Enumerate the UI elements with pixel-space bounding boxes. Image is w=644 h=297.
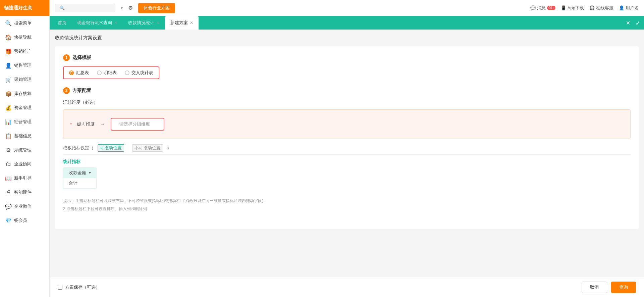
radio-cross-label: 交叉统计表 xyxy=(131,70,153,76)
cart-icon: 🛒 xyxy=(5,77,11,83)
indicator-suffix: ） xyxy=(167,145,171,151)
user-name: 用户名 xyxy=(626,5,639,11)
sidebar-item-guide[interactable]: 📖 新手引导 xyxy=(0,171,49,185)
app-download-button[interactable]: 📱 App下载 xyxy=(561,5,584,11)
sidebar-label: 采购管理 xyxy=(14,77,32,83)
arrow-icon: → xyxy=(100,121,105,127)
online-service-button[interactable]: 🎧 在线客服 xyxy=(589,5,613,11)
sidebar-label: 基础信息 xyxy=(14,133,32,139)
sidebar-label: 经营管理 xyxy=(14,119,32,125)
tab-home[interactable]: 首页 xyxy=(52,16,72,30)
tab-new-plan-close[interactable]: ✕ xyxy=(190,20,193,25)
tab-new-plan-label: 新建方案 xyxy=(170,20,188,26)
tips-section: 提示： 1.拖动标题栏可以调整布局，不可跨维度或指标区域拖动栏目字段(只能在同一… xyxy=(63,197,631,213)
tabbar-controls: ✕ ⤢ xyxy=(625,18,641,28)
sidebar-item-search[interactable]: 🔍 搜索菜单 xyxy=(0,16,49,30)
sidebar-item-finance[interactable]: 💰 资金管理 xyxy=(0,101,49,115)
content-area: 收款情况统计方案设置 1 选择模板 汇总表 xyxy=(50,30,644,277)
sidebar-label: 系统管理 xyxy=(14,147,32,153)
settings-icon[interactable]: ⚙ xyxy=(128,5,133,11)
sidebar-label: 营销推广 xyxy=(14,48,32,54)
user-profile[interactable]: 👤 用户名 xyxy=(619,5,639,11)
sidebar-label: 企业协同 xyxy=(14,161,32,167)
footer-left: 方案保存（可选） xyxy=(58,284,100,290)
page-title: 收款情况统计方案设置 xyxy=(55,35,639,41)
stat-column-label: 收款金额 xyxy=(69,170,86,176)
sidebar-item-hardware[interactable]: 🖨 智能硬件 xyxy=(0,185,49,199)
tab-new-plan[interactable]: 新建方案 ✕ xyxy=(165,16,199,30)
tab-bank-flow[interactable]: 现金银行流水查询 ✕ xyxy=(72,16,123,30)
doc-icon: 📋 xyxy=(5,133,11,139)
radio-detail-circle xyxy=(97,70,102,75)
stat-dropdown-icon[interactable]: ▾ xyxy=(89,170,91,175)
sidebar-label: 新手引导 xyxy=(14,175,32,181)
sidebar-label: 快捷导航 xyxy=(14,34,32,40)
tab-bank-flow-close[interactable]: ✕ xyxy=(114,20,117,25)
gear-icon: ⚙ xyxy=(5,147,11,153)
topbar-actions: 💬 消息 99+ 📱 App下载 🎧 在线客服 👤 用户名 xyxy=(530,5,639,11)
sidebar-item-marketing[interactable]: 🎁 营销推广 xyxy=(0,44,49,58)
sidebar-item-purchase[interactable]: 🛒 采购管理 xyxy=(0,72,49,87)
sidebar-label: 库存核算 xyxy=(14,91,32,97)
tabbar: 首页 现金银行流水查询 ✕ 收款情况统计 ✕ 新建方案 ✕ ✕ ⤢ xyxy=(50,16,644,30)
tab-receipt-stat[interactable]: 收款情况统计 ✕ xyxy=(123,16,165,30)
radio-summary[interactable]: 汇总表 xyxy=(69,70,89,76)
radio-cross-circle xyxy=(125,70,129,75)
radio-summary-label: 汇总表 xyxy=(76,70,89,76)
sidebar-label: 资金管理 xyxy=(14,105,32,111)
search-dropdown-arrow[interactable]: ▾ xyxy=(121,6,123,10)
sidebar-item-corp[interactable]: 🗂 企业协同 xyxy=(0,157,49,171)
money-icon: 💰 xyxy=(5,105,11,111)
search-icon: 🔍 xyxy=(5,20,11,26)
sidebar-item-member[interactable]: 💎 畅会员 xyxy=(0,213,49,228)
footer: 方案保存（可选） 取消 查询 xyxy=(50,277,644,297)
section1-title: 选择模板 xyxy=(72,55,91,61)
footer-right: 取消 查询 xyxy=(582,282,636,293)
main-area: 🔍 ▾ ⚙ 体验行业方案 💬 消息 99+ 📱 App下载 🎧 在线客服 👤 用… xyxy=(50,0,644,297)
tip-line1: 提示： 1.拖动标题栏可以调整布局，不可跨维度或指标区域拖动栏目字段(只能在同一… xyxy=(63,197,631,205)
not-draggable-tag: 不可拖动位置 xyxy=(132,144,163,152)
row-dimension-label: 纵向维度 xyxy=(77,121,95,127)
radio-detail[interactable]: 明细表 xyxy=(97,70,117,76)
radio-detail-label: 明细表 xyxy=(104,70,117,76)
message-button[interactable]: 💬 消息 99+ xyxy=(530,5,555,11)
search-box[interactable]: 🔍 xyxy=(55,4,115,12)
gift-icon: 🎁 xyxy=(5,48,11,54)
stat-table: 收款金额 ▾ 合计 xyxy=(63,167,97,189)
radio-summary-circle xyxy=(69,70,74,75)
tab-close-all-button[interactable]: ✕ xyxy=(625,18,632,28)
message-badge: 99+ xyxy=(547,6,555,10)
sidebar-item-sales[interactable]: 👤 销售管理 xyxy=(0,58,49,72)
dimension-select[interactable]: 请选择分组维度 xyxy=(111,118,164,131)
folder-icon: 🗂 xyxy=(5,161,11,167)
sidebar-item-quicknav[interactable]: 🏠 快捷导航 xyxy=(0,30,49,44)
sidebar-logo: 畅捷通好生意 xyxy=(0,0,49,16)
user-avatar: 👤 xyxy=(619,5,624,10)
tab-receipt-stat-label: 收款情况统计 xyxy=(128,20,154,26)
search-icon: 🔍 xyxy=(59,5,65,10)
sidebar-item-operation[interactable]: 📊 经营管理 xyxy=(0,115,49,129)
industry-plan-button[interactable]: 体验行业方案 xyxy=(138,3,175,13)
sidebar-item-system[interactable]: ⚙ 系统管理 xyxy=(0,143,49,157)
tab-receipt-stat-close[interactable]: ✕ xyxy=(156,20,160,25)
logo-text: 畅捷通好生意 xyxy=(4,5,32,11)
radio-cross[interactable]: 交叉统计表 xyxy=(125,70,153,76)
section2-header: 2 方案配置 xyxy=(63,87,631,94)
sidebar-item-basic[interactable]: 📋 基础信息 xyxy=(0,129,49,143)
tab-bank-flow-label: 现金银行流水查询 xyxy=(77,20,112,26)
sidebar-item-wechat[interactable]: 💬 企业微信 xyxy=(0,199,49,213)
user-icon: 👤 xyxy=(5,62,11,68)
service-icon: 🎧 xyxy=(589,5,595,10)
cancel-button[interactable]: 取消 xyxy=(582,282,607,293)
section2-title: 方案配置 xyxy=(72,88,91,94)
section1-num: 1 xyxy=(63,54,70,61)
query-button[interactable]: 查询 xyxy=(611,282,636,293)
sidebar-label: 畅会员 xyxy=(14,217,27,224)
app-download-label: App下载 xyxy=(568,5,584,11)
save-plan-checkbox[interactable] xyxy=(58,285,62,290)
radio-summary-dot xyxy=(70,72,73,74)
tip-line2: 2.点击标题栏下拉可设置排序、插入列和删除列 xyxy=(63,205,631,213)
tab-expand-button[interactable]: ⤢ xyxy=(634,18,641,28)
sidebar-item-inventory[interactable]: 📦 库存核算 xyxy=(0,87,49,101)
sidebar-label: 智能硬件 xyxy=(14,189,32,195)
